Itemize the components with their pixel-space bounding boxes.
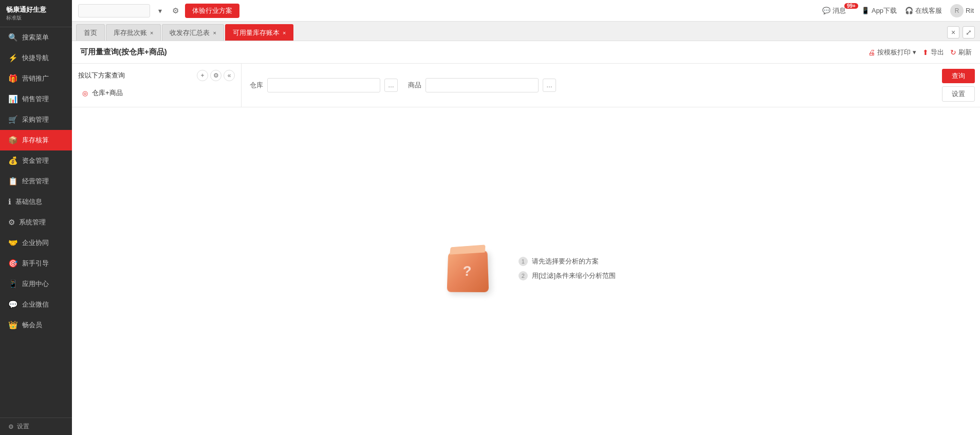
sidebar-item-operations[interactable]: 📋 经营管理 [0,171,72,192]
scheme-item[interactable]: ◎ 仓库+商品 [78,85,235,101]
service-icon: 🎧 [905,7,913,14]
tabs-bar-right: × ⤢ [947,26,980,41]
scheme-item-icon: ◎ [82,89,88,97]
sidebar-icon-enterprise: 🤝 [8,238,18,248]
sidebar-settings[interactable]: ⚙ 设置 [0,418,72,435]
service-btn[interactable]: 🎧 在线客服 [905,6,942,15]
sidebar-item-inventory[interactable]: 📦 库存核算 [0,130,72,150]
tab-summary[interactable]: 收发存汇总表 × [162,24,224,41]
sidebar-icon-purchase: 🛒 [8,115,18,124]
user-menu-btn[interactable]: R Rit [950,4,974,17]
msg-icon: 💬 [822,7,830,14]
add-scheme-btn[interactable]: + [197,70,208,81]
print-btn[interactable]: 🖨 按模板打印 ▾ [868,48,916,57]
sidebar-item-member[interactable]: 👑 畅会员 [0,315,72,335]
query-settings-btn[interactable]: 设置 [942,86,975,102]
sidebar-icon-marketing-promo: 🎁 [8,74,18,83]
msg-btn[interactable]: 💬 消息 99+ [822,6,853,15]
sidebar-settings-label: 设置 [17,422,29,431]
hint-text-2: 用[过滤]条件来缩小分析范围 [532,271,616,280]
sidebar-icon-shortcut: ⚡ [8,53,18,63]
sidebar-item-system[interactable]: ⚙ 系统管理 [0,212,72,233]
warehouse-input[interactable] [267,78,380,92]
empty-hint-1: 1 请先选择要分析的方案 [519,257,616,266]
sidebar-header: 畅康通好生意 标准版 [0,0,72,27]
tab-close-btn[interactable]: × [947,26,959,39]
topbar-gear-btn[interactable]: ⚙ [170,5,181,16]
hint-num-2: 2 [519,271,528,280]
brand-version: 标准版 [6,14,66,22]
sidebar-item-shortcut[interactable]: ⚡ 快捷导航 [0,48,72,68]
sidebar-label-shortcut: 快捷导航 [22,53,49,63]
empty-state: 1 请先选择要分析的方案 2 用[过滤]条件来缩小分析范围 [72,107,980,435]
sidebar-icon-member: 👑 [8,320,18,330]
msg-label: 消息 [833,6,846,15]
app-download-btn[interactable]: 📱 App下载 [861,6,897,15]
sidebar-icon-basic-info: ℹ [8,197,11,206]
sidebar-item-app-center[interactable]: 📱 应用中心 [0,274,72,294]
goods-input[interactable] [426,78,539,92]
tab-available-close[interactable]: × [283,30,286,36]
hint-num-1: 1 [519,257,528,266]
sidebar-item-enterprise[interactable]: 🤝 企业协同 [0,233,72,253]
sidebar-item-newcomer[interactable]: 🎯 新手引导 [0,253,72,274]
print-label: 按模板打印 [877,48,911,57]
query-sidebar-icons: + ⚙ « [197,70,235,81]
tab-home-label: 首页 [84,28,97,37]
username: Rit [966,7,974,14]
sidebar-icon-finance: 💰 [8,156,18,165]
sidebar-icon-app-center: 📱 [8,279,18,289]
sidebar-item-search[interactable]: 🔍 搜索菜单 [0,27,72,48]
topbar: ▾ ⚙ 体验行业方案 💬 消息 99+ 📱 App下载 🎧 在线客服 R Rit [72,0,980,22]
sidebar-item-purchase[interactable]: 🛒 采购管理 [0,109,72,130]
tab-summary-close[interactable]: × [213,30,216,36]
warehouse-field: 仓库 … [250,78,398,92]
page-header: 可用量查询(按仓库+商品) 🖨 按模板打印 ▾ ⬆ 导出 ↻ 刷新 [72,41,980,64]
tab-maximize-btn[interactable]: ⤢ [963,26,975,39]
collapse-btn[interactable]: « [224,70,235,81]
search-input[interactable] [78,4,150,17]
sidebar-item-wechat[interactable]: 💬 企业微信 [0,294,72,315]
tab-home[interactable]: 首页 [76,24,105,41]
sidebar-item-basic-info[interactable]: ℹ 基础信息 [0,192,72,212]
query-scheme-sidebar: 按以下方案查询 + ⚙ « ◎ 仓库+商品 [72,64,242,107]
sidebar-label-search: 搜索菜单 [22,33,49,42]
sidebar-label-operations: 经营管理 [22,177,49,186]
sidebar-label-newcomer: 新手引导 [22,259,49,268]
sidebar-item-finance[interactable]: 💰 资金管理 [0,150,72,171]
query-execute-btn[interactable]: 查询 [942,69,975,83]
topbar-right: 💬 消息 99+ 📱 App下载 🎧 在线客服 R Rit [822,4,974,17]
msg-badge: 99+ [844,3,858,9]
sidebar-label-member: 畅会员 [22,320,42,330]
tab-available-label: 可用量库存账本 [233,28,280,37]
trial-btn[interactable]: 体验行业方案 [185,4,239,18]
settings-icon: ⚙ [8,423,14,430]
empty-hints: 1 请先选择要分析的方案 2 用[过滤]条件来缩小分析范围 [519,257,616,286]
tabs-bar: 首页 库存批次账 × 收发存汇总表 × 可用量库存账本 × × ⤢ [72,22,980,41]
sidebar-icon-operations: 📋 [8,177,18,186]
sidebar-label-finance: 资金管理 [22,156,49,165]
warehouse-more-btn[interactable]: … [384,79,398,92]
page-title: 可用量查询(按仓库+商品) [80,47,167,57]
goods-more-btn[interactable]: … [543,79,556,92]
sidebar-nav: 🔍 搜索菜单 ⚡ 快捷导航 🎁 营销推广 📊 销售管理 🛒 采购管理 📦 库存核… [0,27,72,418]
scheme-settings-btn[interactable]: ⚙ [210,70,221,81]
app-label: App下载 [872,6,897,15]
sidebar-label-purchase: 采购管理 [22,115,49,124]
sidebar-label-app-center: 应用中心 [22,279,49,289]
tab-batch-close[interactable]: × [150,30,153,36]
hint-text-1: 请先选择要分析的方案 [532,257,599,266]
sidebar-item-sales[interactable]: 📊 销售管理 [0,89,72,109]
dropdown-btn[interactable]: ▾ [154,5,165,16]
tab-summary-label: 收发存汇总表 [170,28,210,37]
sidebar-item-marketing-promo[interactable]: 🎁 营销推广 [0,68,72,89]
empty-illustration [436,240,498,302]
refresh-btn[interactable]: ↻ 刷新 [950,48,972,57]
export-btn[interactable]: ⬆ 导出 [922,48,944,57]
export-label: 导出 [931,48,944,57]
query-area: 按以下方案查询 + ⚙ « ◎ 仓库+商品 仓库 … 商品 [72,64,980,107]
sidebar-icon-search: 🔍 [8,33,18,42]
tab-available[interactable]: 可用量库存账本 × [225,24,293,41]
print-dropdown-icon: ▾ [913,48,916,56]
tab-batch[interactable]: 库存批次账 × [106,24,161,41]
